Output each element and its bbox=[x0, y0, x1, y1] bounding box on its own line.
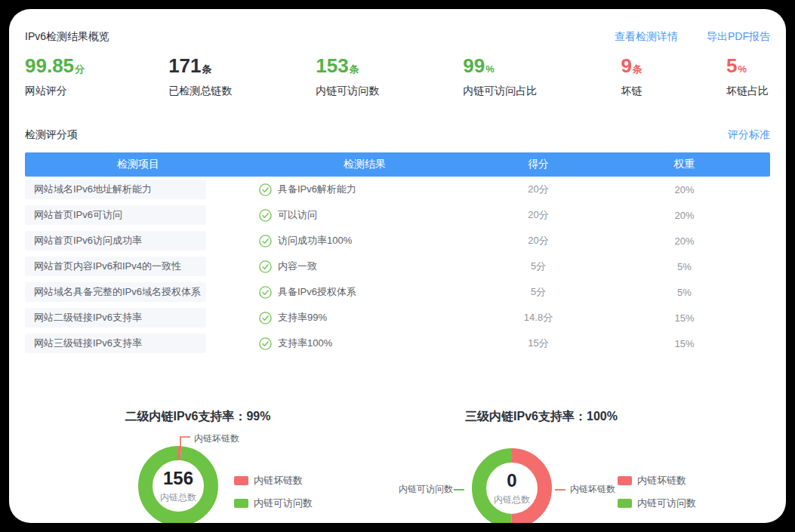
legend-item-ok[interactable]: 内链可访问数 bbox=[234, 497, 313, 510]
cell-result: 具备IPv6解析能力 bbox=[251, 183, 478, 196]
cell-weight: 5% bbox=[599, 287, 770, 298]
scoring-section-title: 检测评分项 bbox=[25, 128, 78, 142]
cell-weight: 15% bbox=[599, 312, 770, 324]
donut-total-label: 内链总数 bbox=[160, 491, 196, 504]
result-text: 访问成功率100% bbox=[278, 234, 352, 248]
result-text: 可以访问 bbox=[278, 208, 317, 222]
legend-swatch-green bbox=[618, 499, 632, 508]
stat-site-score: 99.85分 网站评分 bbox=[25, 54, 85, 98]
donut-center-level3: 0 内链总数 bbox=[470, 446, 554, 523]
stat-unit: 条 bbox=[202, 63, 212, 75]
legend-swatch-red bbox=[618, 476, 632, 485]
stat-unit: % bbox=[485, 63, 495, 75]
cell-item: 网站域名具备完整的IPv6域名授权体系 bbox=[25, 282, 206, 302]
stat-value: 99.85 bbox=[25, 54, 74, 77]
stat-label: 坏链占比 bbox=[726, 85, 769, 98]
table-row: 网站域名具备完整的IPv6域名授权体系具备IPv6授权体系5分5% bbox=[25, 279, 770, 305]
stat-accessible-ratio: 99% 内链可访问占比 bbox=[463, 54, 537, 98]
col-header-item: 检测项目 bbox=[25, 158, 251, 171]
result-text: 具备IPv6授权体系 bbox=[278, 285, 356, 299]
callout-line-bad bbox=[555, 489, 565, 490]
view-detail-link[interactable]: 查看检测详情 bbox=[615, 30, 678, 44]
col-header-weight: 权重 bbox=[599, 158, 770, 171]
stat-value: 153 bbox=[316, 54, 348, 77]
scoring-section-header: 检测评分项 评分标准 bbox=[25, 128, 770, 142]
cell-result: 具备IPv6授权体系 bbox=[251, 285, 478, 299]
donut-center-level2: 156 内链总数 bbox=[136, 444, 220, 523]
check-circle-icon bbox=[259, 209, 272, 222]
callout-label-ok: 内链可访问数 bbox=[399, 483, 453, 496]
page-title: IPv6检测结果概览 bbox=[25, 30, 109, 44]
stat-value: 9 bbox=[621, 54, 631, 77]
col-header-score: 得分 bbox=[478, 158, 599, 171]
result-text: 支持率99% bbox=[278, 311, 327, 324]
cell-result: 支持率100% bbox=[251, 337, 478, 350]
stat-accessible-links: 153条 内链可访问数 bbox=[316, 54, 379, 98]
cell-result: 支持率99% bbox=[251, 311, 478, 324]
table-row: 网站二级链接IPv6支持率支持率99%14.8分15% bbox=[25, 305, 770, 331]
check-circle-icon bbox=[259, 312, 272, 324]
cell-result: 内容一致 bbox=[251, 260, 478, 273]
cell-score: 20分 bbox=[478, 183, 599, 196]
table-row: 网站首页IPv6访问成功率访问成功率100%20分20% bbox=[25, 228, 770, 254]
chart-title-level3: 三级内链IPv6支持率：100% bbox=[436, 409, 647, 425]
export-pdf-link[interactable]: 导出PDF报告 bbox=[707, 30, 770, 44]
chart-title-level2: 二级内链IPv6支持率：99% bbox=[92, 409, 304, 425]
stat-value: 171 bbox=[168, 54, 201, 77]
cell-score: 5分 bbox=[478, 260, 599, 273]
legend-item-bad[interactable]: 内链坏链数 bbox=[234, 474, 313, 487]
table-header: 检测项目 检测结果 得分 权重 bbox=[25, 152, 770, 177]
cell-score: 20分 bbox=[478, 234, 599, 248]
cell-result: 可以访问 bbox=[251, 208, 478, 222]
charts-area: 二级内链IPv6支持率：99% 内链坏链数 156 内链总数 内链可访问数 内链… bbox=[25, 356, 770, 523]
stat-unit: 分 bbox=[75, 63, 85, 75]
legend-swatch-green bbox=[234, 499, 248, 508]
cell-item: 网站域名IPv6地址解析能力 bbox=[25, 180, 206, 199]
scoring-table: 检测项目 检测结果 得分 权重 网站域名IPv6地址解析能力具备IPv6解析能力… bbox=[25, 152, 770, 356]
legend-label: 内链可访问数 bbox=[637, 497, 696, 510]
donut-total-value: 156 bbox=[163, 468, 193, 489]
stat-unit: 条 bbox=[633, 63, 642, 75]
check-circle-icon bbox=[259, 235, 272, 248]
callout-line-ok bbox=[454, 489, 464, 490]
cell-score: 20分 bbox=[478, 208, 599, 222]
stat-value: 99 bbox=[463, 54, 485, 77]
check-circle-icon bbox=[259, 286, 272, 299]
stat-total-links: 171条 已检测总链数 bbox=[168, 54, 232, 98]
result-text: 支持率100% bbox=[278, 337, 332, 350]
cell-item: 网站首页IPv6可访问 bbox=[25, 205, 206, 225]
stat-label: 已检测总链数 bbox=[168, 85, 232, 98]
cell-weight: 20% bbox=[599, 210, 770, 221]
cell-item: 网站首页内容IPv6和IPv4的一致性 bbox=[25, 257, 206, 276]
legend-item-bad[interactable]: 内链坏链数 bbox=[618, 474, 696, 487]
legend-level3: 内链坏链数 内链可访问数 bbox=[618, 474, 696, 510]
legend-item-ok[interactable]: 内链可访问数 bbox=[618, 497, 696, 510]
cell-item: 网站二级链接IPv6支持率 bbox=[25, 308, 206, 328]
donut-total-label: 内链总数 bbox=[494, 494, 530, 506]
stat-label: 网站评分 bbox=[25, 85, 85, 98]
cell-score: 15分 bbox=[478, 337, 599, 350]
legend-label: 内链坏链数 bbox=[254, 474, 303, 487]
table-row: 网站三级链接IPv6支持率支持率100%15分15% bbox=[25, 331, 770, 356]
legend-label: 内链可访问数 bbox=[254, 497, 313, 510]
stat-label: 内链可访问数 bbox=[316, 85, 379, 98]
cell-item: 网站首页IPv6访问成功率 bbox=[25, 231, 206, 251]
stat-bad-links: 9条 坏链 bbox=[621, 54, 642, 98]
stats-row: 99.85分 网站评分 171条 已检测总链数 153条 内链可访问数 99% … bbox=[25, 54, 770, 98]
result-text: 具备IPv6解析能力 bbox=[278, 183, 356, 196]
col-header-result: 检测结果 bbox=[251, 158, 478, 171]
stat-unit: 条 bbox=[350, 63, 359, 75]
scoring-standard-link[interactable]: 评分标准 bbox=[728, 128, 770, 142]
legend-label: 内链坏链数 bbox=[637, 474, 686, 487]
legend-swatch-red bbox=[234, 476, 248, 485]
cell-weight: 20% bbox=[599, 184, 770, 195]
table-row: 网站域名IPv6地址解析能力具备IPv6解析能力20分20% bbox=[25, 177, 770, 202]
stat-value: 5 bbox=[726, 54, 737, 77]
report-card: IPv6检测结果概览 查看检测详情 导出PDF报告 99.85分 网站评分 17… bbox=[9, 9, 786, 523]
result-text: 内容一致 bbox=[278, 260, 317, 273]
cell-score: 5分 bbox=[478, 285, 599, 299]
check-circle-icon bbox=[259, 183, 272, 196]
cell-weight: 15% bbox=[599, 338, 770, 349]
check-circle-icon bbox=[259, 337, 272, 350]
table-body: 网站域名IPv6地址解析能力具备IPv6解析能力20分20%网站首页IPv6可访… bbox=[25, 177, 770, 356]
